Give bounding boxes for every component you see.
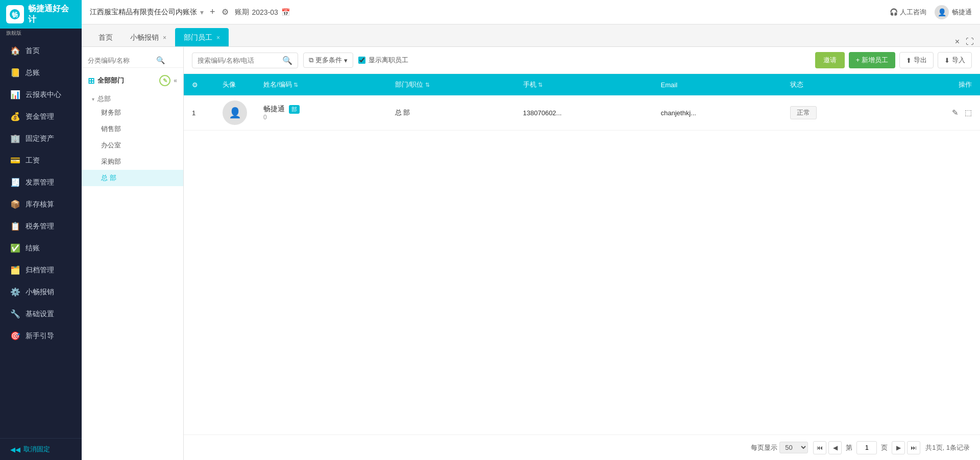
logo-text: 畅捷通好会计	[28, 4, 76, 25]
more-filters-button[interactable]: ⧉ 更多条件 ▾	[303, 53, 353, 68]
employee-search-input[interactable]	[198, 57, 279, 64]
topbar: 江西服宝精品有限责任公司内账张 ▾ + ⚙ 账期 2023-03 📅 🎧 人工咨…	[82, 0, 980, 24]
archive-icon: 🗂️	[10, 265, 20, 275]
sidebar-item-tax[interactable]: 📋 税务管理	[0, 215, 82, 237]
action-cell: ✎ ⬚	[897, 108, 972, 117]
sidebar-item-fixed-assets[interactable]: 🏢 固定资产	[0, 127, 82, 149]
show-resigned-label: 显示离职员工	[369, 56, 408, 65]
col-dept[interactable]: 部门/职位	[387, 74, 515, 95]
last-page-button[interactable]: ⏭	[907, 441, 920, 454]
page-suffix: 页	[881, 443, 888, 452]
dept-child-sales[interactable]: 销售部	[82, 121, 183, 137]
col-phone[interactable]: 手机	[515, 74, 653, 95]
tax-icon: 📋	[10, 221, 20, 231]
col-name[interactable]: 姓名/编码	[255, 74, 387, 95]
dept-child-general-selected[interactable]: 总 部	[82, 170, 183, 186]
tab-dept-emp[interactable]: 部门员工 ×	[175, 28, 229, 46]
close-tab-expense[interactable]: ×	[163, 34, 166, 41]
page-size-select: 每页显示 10 20 50 100	[751, 442, 808, 453]
dept-child-finance[interactable]: 财务部	[82, 105, 183, 121]
dept-search-icon[interactable]: 🔍	[156, 56, 165, 64]
tab-home[interactable]: 首页	[90, 28, 121, 46]
tab-expense[interactable]: 小畅报销 ×	[121, 28, 175, 46]
page-total: 共1页, 1条记录	[925, 443, 970, 452]
dept-child-office[interactable]: 办公室	[82, 137, 183, 154]
col-status-label: 状态	[790, 81, 803, 88]
sidebar-item-fund[interactable]: 💰 资金管理	[0, 106, 82, 127]
add-employee-button[interactable]: + 新增员工	[849, 52, 895, 68]
sidebar-item-inventory[interactable]: 📦 库存核算	[0, 193, 82, 215]
settings-button[interactable]: ⚙	[222, 7, 229, 17]
calendar-icon[interactable]: 📅	[281, 8, 290, 16]
fund-icon: 💰	[10, 112, 20, 121]
user-menu[interactable]: 👤 畅捷通	[935, 5, 972, 19]
salary-icon: 💳	[10, 156, 20, 165]
show-resigned-checkbox[interactable]: 显示离职员工	[358, 56, 408, 65]
expand-tabs-button[interactable]: ⛶	[966, 37, 974, 46]
sidebar-item-guide[interactable]: 🎯 新手引导	[0, 325, 82, 347]
sidebar-item-label: 基础设置	[26, 310, 54, 319]
sidebar-nav: 🏠 首页 📒 总账 📊 云报表中心 💰 资金管理 🏢 固定资产 💳 工资 🧾 发…	[0, 40, 82, 438]
inventory-icon: 📦	[10, 199, 20, 209]
cancel-pin-button[interactable]: ◀◀ 取消固定	[0, 438, 82, 460]
add-company-button[interactable]: +	[210, 7, 215, 17]
all-departments-header[interactable]: ⊞ 全部部门 ✎ «	[82, 71, 183, 90]
import-label: 导入	[952, 56, 965, 65]
support-button[interactable]: 🎧 人工咨询	[890, 8, 926, 17]
toolbar-right-actions: 邀请 + 新增员工 ⬆ 导出 ⬇ 导入	[815, 52, 972, 68]
sidebar-item-archive[interactable]: 🗂️ 归档管理	[0, 259, 82, 281]
sidebar-item-settings[interactable]: 🔧 基础设置	[0, 303, 82, 325]
sidebar-item-home[interactable]: 🏠 首页	[0, 40, 82, 62]
col-gear[interactable]: ⚙	[184, 74, 214, 95]
sidebar-item-cloud-report[interactable]: 📊 云报表中心	[0, 84, 82, 106]
col-avatar: 头像	[214, 74, 255, 95]
sidebar-item-ledger[interactable]: 📒 总账	[0, 62, 82, 84]
ledger-icon: 📒	[10, 68, 20, 78]
col-dept-label: 部门/职位	[395, 81, 424, 88]
logout-employee-button[interactable]: ⬚	[965, 108, 972, 117]
next-page-button[interactable]: ▶	[892, 441, 905, 454]
col-action-label: 操作	[959, 81, 972, 88]
sidebar-item-label: 税务管理	[26, 222, 54, 231]
company-dropdown-icon[interactable]: ▾	[200, 8, 204, 16]
close-all-tabs-button[interactable]: ×	[955, 37, 960, 46]
dept-edit-button[interactable]: ✎	[159, 75, 170, 86]
first-page-button[interactable]: ⏮	[813, 441, 826, 454]
edit-employee-button[interactable]: ✎	[952, 108, 959, 117]
employee-table-container: ⚙ 头像 姓名/编码 部门/职位	[184, 74, 980, 435]
cloud-report-icon: 📊	[10, 90, 20, 99]
sidebar-item-salary[interactable]: 💳 工资	[0, 149, 82, 171]
sidebar-item-expense[interactable]: ⚙️ 小畅报销	[0, 281, 82, 303]
cell-status: 正常	[782, 95, 889, 131]
dept-parent-general[interactable]: 总部	[82, 90, 183, 105]
import-button[interactable]: ⬇ 导入	[938, 52, 972, 68]
dept-group: 总部 财务部 销售部 办公室 采购部 总 部	[82, 90, 183, 186]
table-row: 1 👤 畅捷通 部	[184, 95, 980, 131]
sidebar-item-label: 云报表中心	[26, 90, 61, 99]
filter-label: 更多条件	[315, 56, 342, 65]
close-tab-dept-emp[interactable]: ×	[216, 34, 220, 41]
per-page-dropdown[interactable]: 10 20 50 100	[779, 442, 808, 453]
page-number-input[interactable]	[856, 441, 877, 454]
left-panel: 🔍 ⊞ 全部部门 ✎ « 总部 财务部	[82, 47, 184, 460]
sidebar-item-label: 结账	[26, 244, 40, 253]
resigned-checkbox-input[interactable]	[358, 57, 365, 64]
export-button[interactable]: ⬆ 导出	[899, 52, 934, 68]
invite-button[interactable]: 邀请	[815, 52, 845, 68]
prev-page-button[interactable]: ◀	[828, 441, 842, 454]
dept-child-purchase[interactable]: 采购部	[82, 154, 183, 170]
employee-search-bar: 🔍	[192, 53, 298, 68]
cell-email: chanjethkj...	[653, 95, 782, 131]
dept-collapse-button[interactable]: «	[174, 77, 177, 84]
dept-search-input[interactable]	[88, 57, 154, 64]
employee-search-icon[interactable]: 🔍	[282, 56, 292, 65]
topbar-company: 江西服宝精品有限责任公司内账张 ▾	[90, 8, 204, 17]
sidebar-item-invoice[interactable]: 🧾 发票管理	[0, 171, 82, 193]
logo-icon: 畅	[6, 5, 24, 23]
home-icon: 🏠	[10, 46, 20, 56]
tabs-bar: 首页 小畅报销 × 部门员工 × × ⛶	[82, 24, 980, 47]
period-value: 2023-03	[252, 8, 278, 16]
cell-index: 1	[184, 95, 214, 131]
sidebar-item-checkout[interactable]: ✅ 结账	[0, 237, 82, 259]
guide-icon: 🎯	[10, 331, 20, 341]
